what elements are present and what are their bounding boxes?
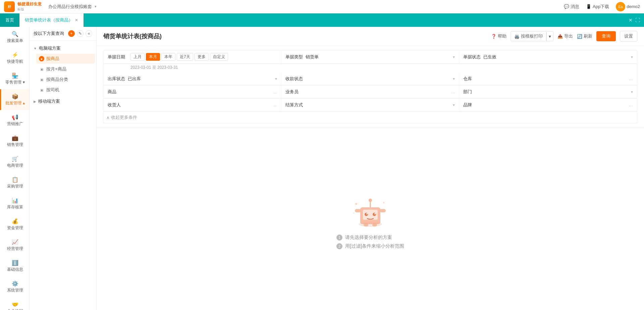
nav-purchase[interactable]: 📋 采购管理 [0, 172, 29, 193]
nav-cooperation[interactable]: 🤝 企业协同 [0, 297, 29, 310]
warehouse-dots-icon[interactable]: … [629, 76, 633, 81]
nav-basic[interactable]: ℹ️ 基础信息 [0, 256, 29, 276]
cooperation-icon: 🤝 [2, 301, 28, 308]
tip-num-1: 1 [336, 235, 342, 241]
svg-text:✦: ✦ [382, 201, 385, 205]
empty-svg: ✦ ✦ ✦ [350, 189, 390, 229]
empty-illustration: ✦ ✦ ✦ [350, 189, 390, 229]
finance-icon: 💰 [2, 218, 28, 224]
print-dropdown-btn[interactable]: ▾ [546, 32, 553, 41]
leaf-by-category-icon: ▣ [39, 77, 44, 82]
nav-search-menu[interactable]: 🔍 搜索菜单 [0, 27, 29, 48]
scheme-sidebar: 按以下方案查询 + ✎ « ▼ 电脑端方案 [30, 27, 97, 310]
date-btn-last-month[interactable]: 上月 [130, 53, 145, 61]
tree-group-pc: ▼ 电脑端方案 ● 按商品 ▣ 按月+商品 [30, 43, 96, 95]
date-control: 上月 本月 本年 近7天 更多 自定义 [128, 53, 277, 61]
settings-btn[interactable]: 设置 [620, 31, 637, 42]
doc-type-dropdown-icon[interactable]: ▾ [453, 55, 455, 59]
doc-status-dropdown-icon[interactable]: ▾ [631, 55, 633, 59]
tree-leaf-by-product[interactable]: ● 按商品 [36, 54, 95, 64]
settlement-dropdown-icon[interactable]: ▾ [453, 103, 455, 107]
refresh-icon: 🔄 [577, 34, 582, 39]
tab-close-window-btn[interactable]: ✕ [629, 17, 633, 23]
filter-cell-product: 商品 … [104, 86, 281, 98]
svg-text:✦: ✦ [353, 212, 355, 215]
app-download-btn[interactable]: 📱 App下载 [586, 4, 609, 10]
nav-ecommerce[interactable]: 🛒 电商管理 [0, 152, 29, 172]
nav-sales[interactable]: 💼 销售管理 [0, 131, 29, 152]
nav-inventory[interactable]: 📊 库存核算 [0, 193, 29, 214]
doc-status-label: 单据状态 [463, 54, 483, 60]
svg-point-6 [374, 213, 376, 214]
export-btn[interactable]: 📤 导出 [557, 33, 573, 39]
brand-label: 品牌 [463, 102, 483, 108]
date-btn-more[interactable]: 更多 [195, 53, 209, 61]
user-menu[interactable]: Ea demo2 [616, 2, 640, 11]
filter-cell-salesperson: 业务员 … [281, 86, 459, 98]
filter-cell-brand: 品牌 … [459, 99, 637, 111]
doc-type-label: 单据类型 [285, 54, 306, 60]
search-menu-icon: 🔍 [2, 31, 28, 37]
salesperson-dots-icon[interactable]: … [451, 90, 455, 94]
filter-cell-settlement: 结算方式 ▾ [281, 99, 459, 111]
date-btn-custom[interactable]: 自定义 [210, 53, 228, 61]
user-avatar: Ea [616, 2, 625, 11]
svg-point-12 [369, 199, 372, 202]
operation-icon: 📈 [2, 239, 28, 245]
mobile-expand-icon: ▶ [34, 100, 36, 103]
collapse-more-btn[interactable]: ∧ 收起更多条件 [106, 114, 634, 120]
dept-dropdown-icon[interactable]: ▾ [631, 90, 633, 94]
workspace-dropdown-icon[interactable]: ▾ [95, 4, 97, 9]
message-btn[interactable]: 💬 消息 [564, 4, 579, 10]
query-btn[interactable]: 查询 [596, 31, 616, 41]
tab-close-icon[interactable]: ✕ [75, 18, 78, 22]
tree-leaf-by-cashier[interactable]: ▣ 按司机 [36, 85, 95, 95]
page-content: 按以下方案查询 + ✎ « ▼ 电脑端方案 [30, 27, 644, 310]
tab-expand-btn[interactable]: ⛶ [635, 17, 640, 23]
tab-report[interactable]: 销货单统计表（按商品） ✕ [19, 13, 84, 27]
receiver-dots-icon[interactable]: … [273, 103, 277, 107]
payment-dropdown-icon[interactable]: ▾ [453, 76, 455, 81]
tree-group-mobile-title[interactable]: ▶ 移动端方案 [30, 96, 96, 106]
export-icon: 📤 [557, 34, 563, 39]
nav-retail[interactable]: 🏪 零售管理 ▾ [0, 68, 29, 89]
date-btn-this-month[interactable]: 本月 [146, 53, 160, 61]
nav-finance[interactable]: 💰 资金管理 [0, 214, 29, 235]
date-btn-this-year[interactable]: 本年 [161, 53, 175, 61]
refresh-btn[interactable]: 🔄 刷新 [577, 33, 592, 39]
tree-leaf-by-category-label: 按商品分类 [46, 76, 68, 83]
retail-icon: 🏪 [2, 72, 28, 79]
tree-group-pc-title[interactable]: ▼ 电脑端方案 [30, 43, 96, 53]
nav-marketing[interactable]: 📢 营销推广 [0, 110, 29, 131]
settlement-label: 结算方式 [285, 102, 306, 108]
date-quick-btns: 上月 本月 本年 近7天 更多 自定义 [130, 53, 228, 61]
product-dots-icon[interactable]: … [273, 90, 277, 94]
scheme-collapse-btn[interactable]: « [86, 30, 92, 37]
nav-operation[interactable]: 📈 经营管理 [0, 235, 29, 256]
empty-tip-1: 1 请先选择要分析的方案 [336, 235, 404, 241]
scheme-add-btn[interactable]: + [68, 30, 75, 37]
print-icon: 🖨️ [514, 34, 520, 39]
svg-point-3 [365, 213, 368, 216]
scheme-edit-btn[interactable]: ✎ [77, 30, 84, 37]
nav-wholesale[interactable]: 📦 批发管理 ▴ [0, 89, 29, 110]
date-btn-7days[interactable]: 近7天 [177, 53, 193, 61]
tree-group-mobile-label: 移动端方案 [38, 98, 60, 104]
tree-leaf-by-category[interactable]: ▣ 按商品分类 [36, 74, 95, 85]
brand-dots-icon[interactable]: … [629, 103, 633, 107]
out-status-dropdown-icon[interactable]: ▾ [275, 76, 277, 81]
print-btn[interactable]: 🖨️ 按模板打印 [511, 32, 546, 41]
svg-rect-9 [364, 223, 368, 226]
tree-leaf-by-month-product-label: 按月+商品 [46, 66, 66, 72]
content-area: 按以下方案查询 + ✎ « ▼ 电脑端方案 [30, 27, 644, 310]
nav-quick-nav[interactable]: ⚡ 快捷导航 [0, 48, 29, 68]
leaf-by-product-icon: ● [39, 56, 44, 61]
basic-icon: ℹ️ [2, 260, 28, 266]
tree-leaf-by-month-product[interactable]: ▣ 按月+商品 [36, 64, 95, 74]
date-range-value: 2023-03-01 至 2023-03-31 [130, 65, 178, 70]
leaf-by-month-product-icon: ▣ [39, 66, 44, 72]
tab-home[interactable]: 首页 [0, 13, 19, 27]
help-btn[interactable]: ❓ 帮助 [491, 33, 506, 39]
tree-leaf-by-cashier-label: 按司机 [46, 87, 59, 93]
nav-system[interactable]: ⚙️ 系统管理 [0, 276, 29, 297]
